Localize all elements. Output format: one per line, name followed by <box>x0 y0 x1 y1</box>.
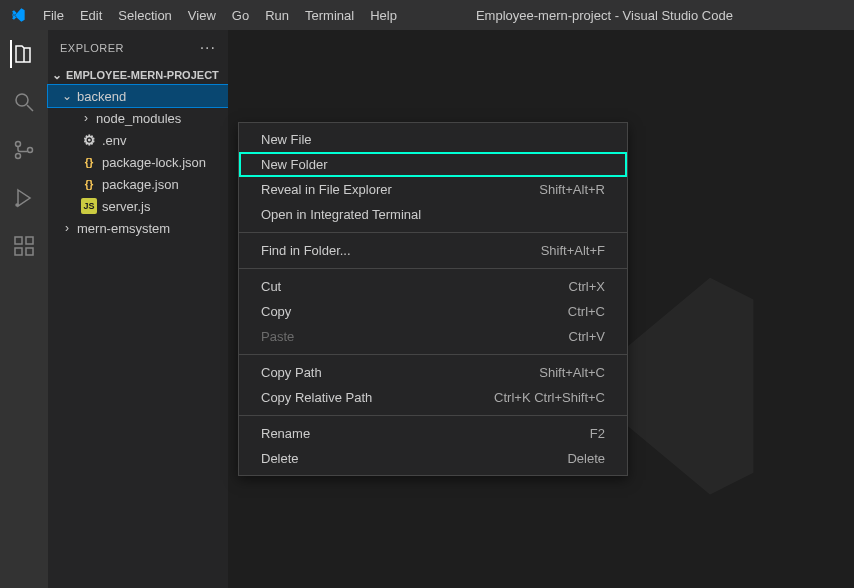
search-icon[interactable] <box>10 88 38 116</box>
ctx-copy-rel-path[interactable]: Copy Relative PathCtrl+K Ctrl+Shift+C <box>239 385 627 410</box>
file-label: .env <box>102 133 127 148</box>
explorer-title: EXPLORER <box>60 42 124 54</box>
folder-backend[interactable]: ⌄ backend <box>48 85 228 107</box>
file-package-lock[interactable]: {} package-lock.json <box>48 151 228 173</box>
chevron-right-icon: › <box>62 221 72 235</box>
svg-line-1 <box>27 105 33 111</box>
separator <box>239 268 627 269</box>
separator <box>239 354 627 355</box>
ctx-open-terminal[interactable]: Open in Integrated Terminal <box>239 202 627 227</box>
file-package-json[interactable]: {} package.json <box>48 173 228 195</box>
project-root[interactable]: ⌄ EMPLOYEE-MERN-PROJECT <box>48 65 228 85</box>
file-label: package-lock.json <box>102 155 206 170</box>
title-bar: File Edit Selection View Go Run Terminal… <box>0 0 854 30</box>
ctx-copy[interactable]: CopyCtrl+C <box>239 299 627 324</box>
menu-selection[interactable]: Selection <box>110 4 179 27</box>
folder-label: mern-emsystem <box>77 221 170 236</box>
ctx-new-folder[interactable]: New Folder <box>239 152 627 177</box>
source-control-icon[interactable] <box>10 136 38 164</box>
menu-run[interactable]: Run <box>257 4 297 27</box>
svg-rect-9 <box>26 237 33 244</box>
chevron-right-icon: › <box>81 111 91 125</box>
file-server-js[interactable]: JS server.js <box>48 195 228 217</box>
separator <box>239 232 627 233</box>
ctx-reveal-explorer[interactable]: Reveal in File ExplorerShift+Alt+R <box>239 177 627 202</box>
svg-rect-8 <box>26 248 33 255</box>
folder-label: backend <box>77 89 126 104</box>
menu-edit[interactable]: Edit <box>72 4 110 27</box>
explorer-icon[interactable] <box>10 40 38 68</box>
menu-bar: File Edit Selection View Go Run Terminal… <box>35 4 405 27</box>
ctx-paste: PasteCtrl+V <box>239 324 627 349</box>
activity-bar <box>0 30 48 588</box>
ctx-copy-path[interactable]: Copy PathShift+Alt+C <box>239 360 627 385</box>
svg-rect-7 <box>15 248 22 255</box>
folder-label: node_modules <box>96 111 181 126</box>
js-icon: JS <box>81 198 97 214</box>
chevron-down-icon: ⌄ <box>62 89 72 103</box>
more-actions-icon[interactable]: ··· <box>200 39 216 57</box>
svg-point-4 <box>28 148 33 153</box>
explorer-header: EXPLORER ··· <box>48 30 228 65</box>
file-tree: ⌄ backend › node_modules ⚙ .env {} packa… <box>48 85 228 239</box>
svg-rect-6 <box>15 237 22 244</box>
chevron-down-icon: ⌄ <box>52 68 62 82</box>
explorer-sidebar: EXPLORER ··· ⌄ EMPLOYEE-MERN-PROJECT ⌄ b… <box>48 30 228 588</box>
menu-terminal[interactable]: Terminal <box>297 4 362 27</box>
json-icon: {} <box>81 176 97 192</box>
context-menu: New File New Folder Reveal in File Explo… <box>238 122 628 476</box>
file-label: server.js <box>102 199 150 214</box>
file-env[interactable]: ⚙ .env <box>48 129 228 151</box>
svg-point-2 <box>16 142 21 147</box>
menu-file[interactable]: File <box>35 4 72 27</box>
extensions-icon[interactable] <box>10 232 38 260</box>
file-label: package.json <box>102 177 179 192</box>
menu-view[interactable]: View <box>180 4 224 27</box>
svg-point-3 <box>16 154 21 159</box>
project-name: EMPLOYEE-MERN-PROJECT <box>66 69 219 81</box>
menu-go[interactable]: Go <box>224 4 257 27</box>
folder-node-modules[interactable]: › node_modules <box>48 107 228 129</box>
ctx-find-folder[interactable]: Find in Folder...Shift+Alt+F <box>239 238 627 263</box>
ctx-new-file[interactable]: New File <box>239 127 627 152</box>
menu-help[interactable]: Help <box>362 4 405 27</box>
ctx-delete[interactable]: DeleteDelete <box>239 446 627 471</box>
folder-mern-emsystem[interactable]: › mern-emsystem <box>48 217 228 239</box>
svg-point-0 <box>16 94 28 106</box>
window-title: Employee-mern-project - Visual Studio Co… <box>405 8 854 23</box>
vscode-logo-icon <box>0 7 35 23</box>
run-debug-icon[interactable] <box>10 184 38 212</box>
ctx-cut[interactable]: CutCtrl+X <box>239 274 627 299</box>
json-icon: {} <box>81 154 97 170</box>
ctx-rename[interactable]: RenameF2 <box>239 421 627 446</box>
gear-icon: ⚙ <box>81 132 97 148</box>
svg-point-5 <box>16 204 18 206</box>
separator <box>239 415 627 416</box>
